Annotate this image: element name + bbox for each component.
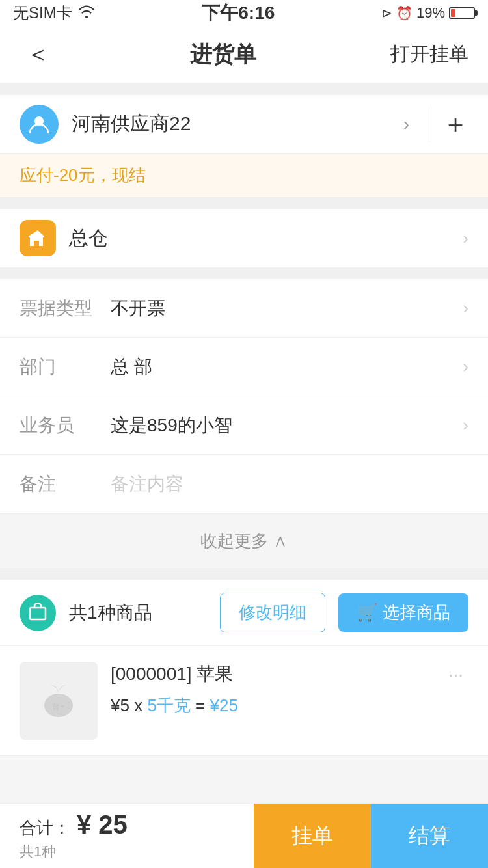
product-price: ¥5 x 5千克 = ¥25 [111, 694, 430, 717]
supplier-add-button[interactable]: ＋ [429, 106, 468, 142]
warehouse-section: 总仓 › [0, 209, 488, 267]
alarm-icon: ⏰ [396, 5, 413, 21]
form-section: 票据类型 不开票 › 部门 总 部 › 业务员 这是859的小智 › 备注 备注… [0, 279, 488, 513]
product-info: [0000001] 苹果 ¥5 x 5千克 = ¥25 [111, 662, 430, 717]
remark-label: 备注 [20, 472, 111, 496]
product-thumbnail: 督+ [20, 662, 98, 740]
dept-chevron-icon: › [463, 357, 468, 377]
invoice-row[interactable]: 票据类型 不开票 › [0, 279, 488, 338]
products-icon [20, 595, 56, 631]
status-right: ⊳ ⏰ 19% [381, 5, 475, 21]
open-hang-button[interactable]: 打开挂单 [390, 41, 468, 68]
dept-row[interactable]: 部门 总 部 › [0, 338, 488, 396]
salesperson-value: 这是859的小智 [111, 413, 463, 438]
edit-detail-button[interactable]: 修改明细 [220, 593, 325, 632]
section-gap-2 [0, 197, 488, 209]
footer-total: 合计： ¥ 25 共1种 [0, 804, 254, 868]
checkout-button[interactable]: 结算 [371, 804, 488, 868]
invoice-value: 不开票 [111, 296, 463, 321]
battery-icon [449, 7, 475, 19]
salesperson-row[interactable]: 业务员 这是859的小智 › [0, 396, 488, 455]
hang-button[interactable]: 挂单 [254, 804, 371, 868]
battery-percent: 19% [416, 5, 445, 21]
section-gap-4 [0, 568, 488, 580]
wifi-icon [77, 4, 96, 22]
svg-rect-1 [30, 608, 46, 619]
total-sub: 共1种 [20, 842, 234, 861]
equals: = [195, 696, 210, 715]
invoice-label: 票据类型 [20, 296, 111, 321]
location-icon: ⊳ [381, 5, 392, 21]
total-price: ¥25 [210, 696, 238, 715]
supplier-row[interactable]: 河南供应商22 › ＋ [0, 95, 488, 154]
nav-bar: ＜ 进货单 打开挂单 [0, 26, 488, 83]
salesperson-label: 业务员 [20, 413, 111, 438]
warehouse-row[interactable]: 总仓 › [0, 209, 488, 267]
carrier-text: 无SIM卡 [13, 3, 72, 23]
cart-icon: 🛒 [357, 603, 377, 623]
total-label: 合计： [20, 817, 70, 839]
warehouse-chevron-icon: › [463, 228, 468, 249]
select-product-button[interactable]: 🛒 选择商品 [338, 593, 468, 632]
collapse-bar[interactable]: 收起更多 ∧ [0, 513, 488, 568]
supplier-section: 河南供应商22 › ＋ 应付-20元，现结 [0, 95, 488, 197]
warehouse-name: 总仓 [69, 225, 463, 252]
supplier-chevron-icon: › [403, 114, 409, 135]
dept-label: 部门 [20, 355, 111, 379]
product-title: 苹果 [197, 664, 233, 684]
select-product-label: 选择商品 [383, 601, 450, 624]
salesperson-chevron-icon: › [463, 415, 468, 435]
footer: 合计： ¥ 25 共1种 挂单 结算 [0, 803, 488, 868]
product-code: [0000001] [111, 664, 197, 684]
product-list: 督+ [0000001] 苹果 ¥5 x 5千克 = ¥25 ··· [0, 646, 488, 756]
products-count: 共1种商品 [69, 601, 207, 625]
back-button[interactable]: ＜ [20, 32, 56, 77]
page-title: 进货单 [190, 40, 256, 70]
status-bar: 无SIM卡 下午6:16 ⊳ ⏰ 19% [0, 0, 488, 26]
supplier-name: 河南供应商22 [72, 111, 403, 137]
quantity: 5千克 [147, 696, 190, 715]
dept-value: 总 部 [111, 355, 463, 379]
total-row: 合计： ¥ 25 [20, 810, 234, 839]
products-header: 共1种商品 修改明细 🛒 选择商品 [0, 580, 488, 646]
svg-text:督+: 督+ [52, 702, 64, 711]
remark-input[interactable]: 备注内容 [111, 472, 468, 496]
unit-price: ¥5 x [111, 696, 147, 715]
invoice-chevron-icon: › [463, 298, 468, 318]
supplier-notice: 应付-20元，现结 [0, 154, 488, 197]
product-more-button[interactable]: ··· [443, 662, 468, 688]
product-name: [0000001] 苹果 [111, 662, 430, 686]
supplier-avatar [20, 105, 59, 144]
section-gap-3 [0, 267, 488, 279]
status-time: 下午6:16 [202, 1, 275, 25]
status-left: 无SIM卡 [13, 3, 96, 23]
table-row: 督+ [0000001] 苹果 ¥5 x 5千克 = ¥25 ··· [0, 646, 488, 756]
warehouse-icon [20, 220, 56, 256]
section-gap-1 [0, 83, 488, 95]
remark-row[interactable]: 备注 备注内容 [0, 455, 488, 513]
total-amount: ¥ 25 [77, 810, 128, 839]
